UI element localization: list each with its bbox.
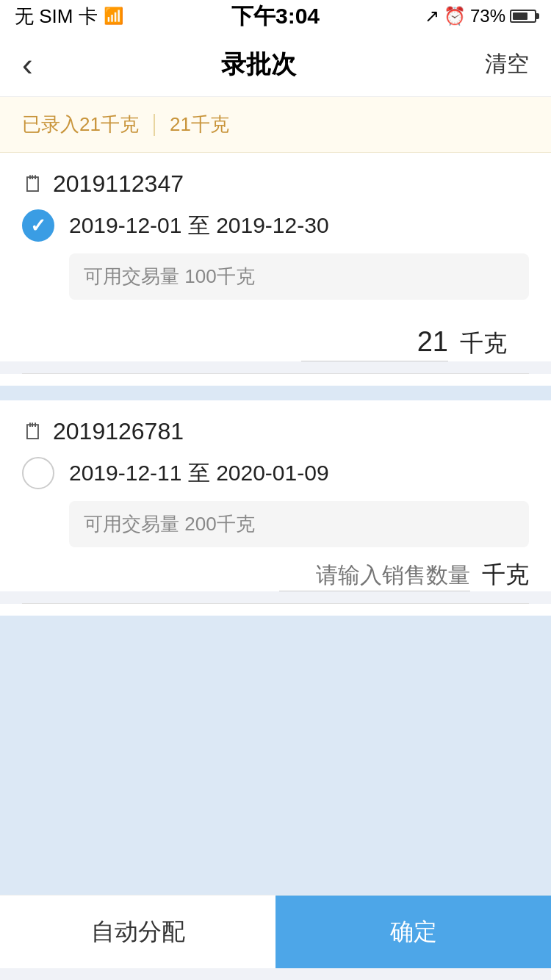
batch-1-quantity-value: 21 [417, 326, 448, 357]
batch-2-id: 2019126781 [53, 418, 184, 445]
status-right: ↗ ⏰ 73% [425, 6, 536, 26]
gray-area [0, 616, 551, 895]
batch-2-header: 🗒 2019126781 [22, 418, 529, 445]
batch-1-radio[interactable] [22, 209, 54, 242]
batch-1-unit: 千克 [460, 328, 507, 360]
location-icon: ↗ [425, 6, 439, 26]
info-banner: 已录入21千克 21千克 [0, 97, 551, 153]
batch-2-input-row[interactable]: 千克 [0, 547, 551, 591]
status-left: 无 SIM 卡 📶 [15, 4, 123, 29]
status-bar: 无 SIM 卡 📶 下午3:04 ↗ ⏰ 73% [0, 0, 551, 32]
page-title: 录批次 [221, 48, 296, 82]
batch-2-icon: 🗒 [22, 419, 44, 444]
batch-2-quantity-input[interactable] [279, 563, 470, 588]
batch-2-unit: 千克 [482, 559, 529, 591]
confirm-button[interactable]: 确定 [276, 896, 551, 968]
batch-2-avail: 可用交易量 200千克 [69, 501, 529, 547]
batch-card-2: 🗒 2019126781 2019-12-11 至 2020-01-09 可用交… [0, 400, 551, 547]
battery-fill [513, 12, 527, 20]
status-time: 下午3:04 [231, 1, 320, 32]
section-divider [0, 386, 551, 400]
batch-1-header: 🗒 2019112347 [22, 170, 529, 198]
batch-1-icon: 🗒 [22, 172, 44, 197]
auto-distribute-button[interactable]: 自动分配 [0, 896, 276, 968]
wifi-icon: 📶 [104, 7, 123, 26]
batch-2-row[interactable]: 2019-12-11 至 2020-01-09 [22, 457, 529, 489]
batch-1-bottom-space [0, 374, 551, 386]
batch-1-avail: 可用交易量 100千克 [69, 253, 529, 300]
clear-button[interactable]: 清空 [485, 49, 529, 79]
nav-bar: ‹ 录批次 清空 [0, 32, 551, 97]
alarm-icon: ⏰ [444, 6, 466, 26]
batch-2-date: 2019-12-11 至 2020-01-09 [69, 458, 329, 489]
back-button[interactable]: ‹ [22, 46, 33, 83]
batch-1-quantity-row: 21 千克 [0, 300, 551, 361]
batch-1-row[interactable]: 2019-12-01 至 2019-12-30 [22, 209, 529, 242]
recorded-label: 已录入21千克 [22, 112, 139, 137]
info-divider [154, 114, 155, 136]
batch-2-radio[interactable] [22, 457, 54, 489]
batch-2-avail-text: 可用交易量 200千克 [84, 513, 255, 535]
battery-icon [510, 10, 536, 23]
info-value: 21千克 [170, 112, 229, 137]
bottom-bar: 自动分配 确定 [0, 895, 551, 968]
batch-1-id: 2019112347 [53, 170, 184, 198]
batch-2-bottom-space [0, 604, 551, 616]
batch-1-date: 2019-12-01 至 2019-12-30 [69, 211, 329, 241]
batch-card-1: 🗒 2019112347 2019-12-01 至 2019-12-30 可用交… [0, 153, 551, 300]
carrier-text: 无 SIM 卡 [15, 4, 98, 29]
batch-1-avail-text: 可用交易量 100千克 [84, 265, 255, 287]
battery-percent: 73% [470, 6, 505, 26]
